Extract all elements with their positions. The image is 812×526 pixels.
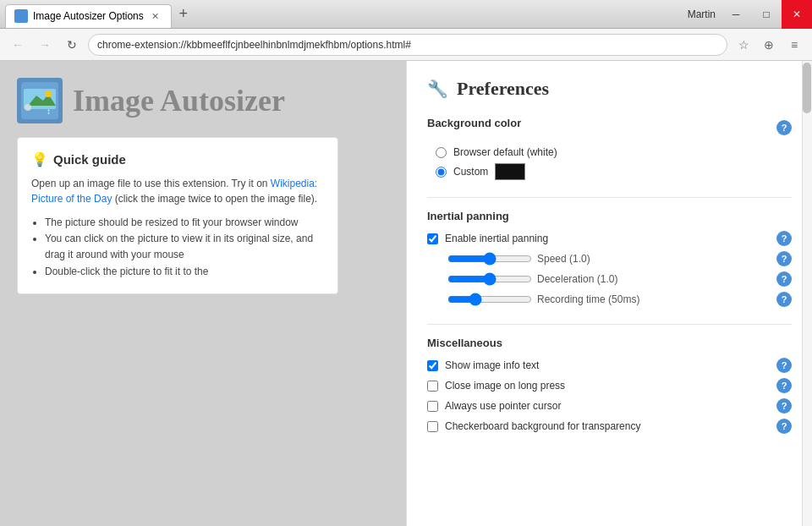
main-content: ↕ Image Autosizer 💡 Quick guide Open up … [0, 61, 812, 526]
close-image-label[interactable]: Close image on long press [445, 380, 565, 392]
preferences-panel: 🔧 Preferences Background color ? Browser… [406, 61, 812, 526]
radio-custom[interactable] [436, 167, 447, 178]
deceleration-slider-left: Deceleration (1.0) [447, 272, 617, 286]
lightbulb-icon: 💡 [31, 151, 48, 167]
enable-inertial-checkbox[interactable] [427, 233, 438, 244]
title-bar-left: Image Autosizer Options ✕ + [0, 1, 195, 28]
svg-rect-0 [17, 12, 25, 18]
show-image-info-checkbox[interactable] [427, 360, 438, 371]
preferences-title: 🔧 Preferences [427, 78, 792, 100]
back-button[interactable]: ← [7, 34, 29, 56]
enable-inertial-label[interactable]: Enable inertial panning [445, 233, 548, 244]
svg-rect-1 [17, 19, 25, 20]
radio-browser-label[interactable]: Browser default (white) [453, 146, 557, 158]
list-item: You can click on the picture to view it … [45, 231, 324, 263]
show-image-info-help-icon[interactable]: ? [776, 358, 792, 373]
background-color-title: Background color [427, 117, 521, 129]
speed-slider[interactable] [447, 252, 532, 266]
recording-time-label: Recording time (50ms) [537, 293, 639, 305]
pointer-cursor-row: Always use pointer cursor ? [427, 398, 792, 414]
maximize-button[interactable]: □ [751, 0, 782, 29]
show-image-info-label[interactable]: Show image info text [445, 359, 539, 371]
tab-close-button[interactable]: ✕ [149, 9, 162, 23]
miscellaneous-title: Miscellaneous [427, 337, 792, 349]
quick-guide-box: 💡 Quick guide Open up an image file to u… [17, 137, 338, 294]
background-color-radio-group: Browser default (white) Custom [427, 146, 792, 180]
speed-label: Speed (1.0) [537, 253, 590, 265]
checkerboard-label[interactable]: Checkerboard background for transparency [445, 420, 640, 432]
divider-1 [427, 197, 792, 198]
enable-inertial-help-icon[interactable]: ? [776, 231, 792, 246]
background-color-help-icon[interactable]: ? [776, 120, 792, 135]
tab-icon [14, 9, 28, 23]
address-bar: ← → ↻ ☆ ⊕ ≡ [0, 29, 812, 61]
inertial-panning-title: Inertial panning [427, 210, 792, 222]
bookmark-button[interactable]: ☆ [732, 34, 754, 56]
app-header: ↕ Image Autosizer [17, 78, 389, 123]
show-image-info-group: Show image info text [427, 359, 539, 371]
list-item: The picture should be resized to fit you… [45, 215, 324, 231]
svg-text:↕: ↕ [47, 107, 51, 116]
title-bar-right: Martin ─ □ ✕ [688, 0, 812, 29]
svg-point-5 [45, 90, 52, 97]
menu-button[interactable]: ≡ [783, 34, 805, 56]
color-swatch[interactable] [495, 163, 525, 180]
close-image-help-icon[interactable]: ? [776, 378, 792, 393]
deceleration-label: Deceleration (1.0) [537, 273, 617, 285]
speed-slider-row: Speed (1.0) ? [427, 251, 792, 266]
title-bar: Image Autosizer Options ✕ + Martin ─ □ ✕ [0, 0, 812, 29]
recording-time-slider-row: Recording time (50ms) ? [427, 292, 792, 307]
radio-custom-label[interactable]: Custom [453, 166, 488, 178]
checkerboard-checkbox[interactable] [427, 421, 438, 432]
extension-button[interactable]: ⊕ [758, 34, 780, 56]
pointer-cursor-group: Always use pointer cursor [427, 400, 561, 412]
app-logo: ↕ [17, 78, 63, 123]
refresh-button[interactable]: ↻ [61, 34, 83, 56]
wrench-icon: 🔧 [427, 79, 448, 99]
pointer-cursor-label[interactable]: Always use pointer cursor [445, 400, 561, 412]
recording-time-help-icon[interactable]: ? [776, 292, 792, 307]
radio-browser-default-row: Browser default (white) [436, 146, 792, 158]
tab-title: Image Autosizer Options [33, 10, 144, 22]
close-image-row: Close image on long press ? [427, 378, 792, 393]
speed-help-icon[interactable]: ? [776, 251, 792, 266]
checkerboard-help-icon[interactable]: ? [776, 419, 792, 434]
recording-time-slider-left: Recording time (50ms) [447, 293, 639, 306]
radio-custom-row: Custom [436, 163, 792, 180]
deceleration-slider-row: Deceleration (1.0) ? [427, 271, 792, 287]
pointer-cursor-checkbox[interactable] [427, 401, 438, 412]
close-image-group: Close image on long press [427, 380, 565, 392]
quick-guide-intro: Open up an image file to use this extens… [31, 176, 324, 206]
url-input[interactable] [88, 34, 727, 56]
radio-browser-default[interactable] [436, 147, 447, 158]
left-panel: ↕ Image Autosizer 💡 Quick guide Open up … [0, 61, 406, 526]
quick-guide-title: 💡 Quick guide [31, 151, 324, 167]
user-name: Martin [688, 8, 721, 20]
pointer-cursor-help-icon[interactable]: ? [776, 398, 792, 414]
browser-tab[interactable]: Image Autosizer Options ✕ [5, 4, 172, 28]
svg-point-6 [25, 104, 31, 111]
address-icons: ☆ ⊕ ≡ [732, 34, 805, 56]
inertial-panning-section: Inertial panning Enable inertial panning… [427, 210, 792, 307]
recording-time-slider[interactable] [447, 293, 532, 306]
scrollbar-track[interactable] [802, 61, 812, 526]
background-color-section: Background color ? Browser default (whit… [427, 117, 792, 180]
deceleration-slider[interactable] [447, 272, 532, 286]
close-button[interactable]: ✕ [782, 0, 812, 29]
deceleration-help-icon[interactable]: ? [776, 271, 792, 287]
enable-inertial-row: Enable inertial panning ? [427, 231, 792, 246]
miscellaneous-section: Miscellaneous Show image info text ? Clo… [427, 337, 792, 434]
quick-guide-list: The picture should be resized to fit you… [31, 215, 324, 280]
checkerboard-row: Checkerboard background for transparency… [427, 419, 792, 434]
app-title: Image Autosizer [73, 83, 285, 118]
speed-slider-left: Speed (1.0) [447, 252, 590, 266]
enable-inertial-group: Enable inertial panning [427, 233, 548, 244]
close-image-checkbox[interactable] [427, 381, 438, 392]
divider-2 [427, 324, 792, 325]
minimize-button[interactable]: ─ [721, 0, 751, 29]
checkerboard-group: Checkerboard background for transparency [427, 420, 640, 432]
forward-button[interactable]: → [34, 34, 56, 56]
list-item: Double-click the picture to fit it to th… [45, 264, 324, 280]
scrollbar-thumb[interactable] [803, 63, 811, 113]
new-tab-button[interactable]: + [172, 3, 195, 26]
